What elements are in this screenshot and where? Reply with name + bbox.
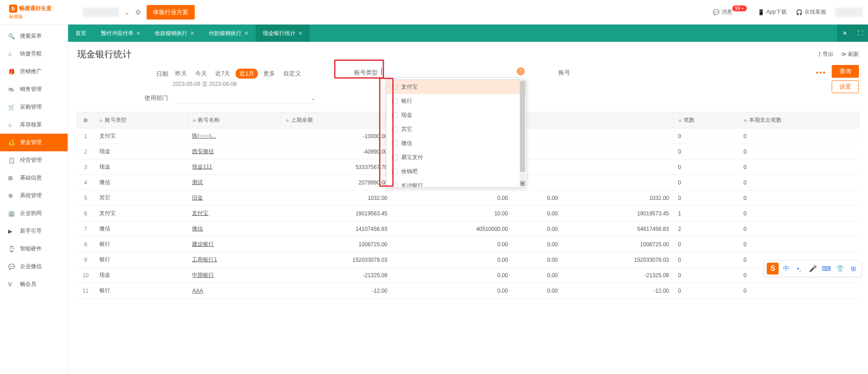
sidebar-item-10[interactable]: 🏢企业协同 <box>0 204 68 222</box>
checkbox[interactable] <box>392 98 398 104</box>
tab-4[interactable]: 现金银行统计✕ <box>256 25 310 42</box>
date-option[interactable]: 昨天 <box>173 69 190 79</box>
tab-2[interactable]: 收款核销执行✕ <box>148 25 202 42</box>
ime-punct-icon[interactable]: •, <box>794 264 804 274</box>
customer-service-link[interactable]: 🎧 在线客服 <box>796 8 826 16</box>
ime-lang[interactable]: 中 <box>782 264 790 273</box>
sidebar-label: 库存核算 <box>20 121 42 129</box>
sort-icon[interactable]: ◆ <box>192 118 196 123</box>
column-header[interactable]: ⚙ <box>77 112 95 129</box>
close-icon[interactable]: ✕ <box>244 30 248 36</box>
dropdown-item[interactable]: 长沙银行 <box>386 179 526 188</box>
sidebar-item-14[interactable]: V畅会员 <box>0 275 68 293</box>
sidebar-item-11[interactable]: ▶新手引导 <box>0 222 68 240</box>
settings-button[interactable]: 设置 <box>832 80 859 93</box>
sidebar-item-13[interactable]: 💬企业微信 <box>0 258 68 275</box>
tab-1[interactable]: 预付冲应付单✕ <box>94 25 148 42</box>
sidebar-item-8[interactable]: ⊞基础信息 <box>0 169 68 187</box>
ime-toolbar[interactable]: S 中 •, 🎤 ⌨ 👕 ⊞ <box>764 260 862 277</box>
column-header[interactable] <box>562 112 674 129</box>
sidebar-item-2[interactable]: 🎁营销推广 <box>0 63 68 80</box>
sort-icon[interactable]: ◆ <box>744 118 747 123</box>
tab-0[interactable]: 首页 <box>68 25 94 42</box>
dropdown-item[interactable]: 银行 <box>386 94 526 108</box>
dropdown-item[interactable]: 支付宝 <box>386 80 526 94</box>
sort-icon[interactable]: ◆ <box>99 118 103 123</box>
sort-icon[interactable]: ◆ <box>286 118 289 123</box>
sidebar-item-5[interactable]: ⌂库存核算 <box>0 116 68 134</box>
column-header[interactable]: ◆本期支出笔数 <box>739 112 860 129</box>
dropdown-item[interactable]: 微信 <box>386 136 526 150</box>
ime-mic-icon[interactable]: 🎤 <box>808 264 818 274</box>
checkbox[interactable] <box>392 155 398 160</box>
sidebar-item-3[interactable]: 🛍销售管理 <box>0 80 68 98</box>
column-header[interactable]: ◆账号名称 <box>187 112 281 129</box>
collapse-toggle[interactable]: ⌃ <box>517 67 525 75</box>
close-icon[interactable]: ✕ <box>298 30 302 36</box>
account-link[interactable]: 现金111 <box>192 164 212 170</box>
dropdown-item[interactable]: 易宝支付 <box>386 150 526 165</box>
refresh-button[interactable]: ⟳ 刷新 <box>842 50 859 58</box>
checkbox[interactable] <box>392 140 398 146</box>
close-icon[interactable]: ✕ <box>136 30 140 36</box>
checkbox[interactable] <box>392 126 398 132</box>
cell-name: 西安微信 <box>187 144 281 160</box>
sidebar-item-7[interactable]: 📋经营管理 <box>0 151 68 169</box>
account-link[interactable]: 支付宝 <box>192 210 208 216</box>
account-link[interactable]: AAA <box>192 288 203 294</box>
tab-3[interactable]: 付款核销执行✕ <box>202 25 256 42</box>
more-filters-button[interactable]: ••• <box>816 69 826 77</box>
checkbox[interactable] <box>392 169 398 175</box>
date-option[interactable]: 今天 <box>192 69 210 79</box>
account-link[interactable]: 陈(○○○)... <box>192 133 216 139</box>
close-tab-button[interactable]: ✕ <box>837 25 853 42</box>
checkbox[interactable] <box>392 183 398 188</box>
fullscreen-button[interactable]: ⛶ <box>853 25 868 42</box>
close-icon[interactable]: ✕ <box>190 30 194 36</box>
date-option[interactable]: 近1月 <box>236 69 258 79</box>
export-button[interactable]: ⤴ 导出 <box>818 50 833 58</box>
sidebar-item-12[interactable]: ⌚智能硬件 <box>0 240 68 258</box>
dropdown-item[interactable]: 收钱吧 <box>386 165 526 179</box>
column-header[interactable]: ◆笔数 <box>674 112 739 129</box>
account-link[interactable]: 微信 <box>192 225 203 232</box>
account-link[interactable]: 测试 <box>192 179 203 185</box>
ime-skin-icon[interactable]: 👕 <box>835 264 845 274</box>
sidebar-item-6[interactable]: 💰资金管理 <box>0 134 68 151</box>
gear-icon[interactable]: ⚙ <box>83 117 88 124</box>
ime-tools-icon[interactable]: ⊞ <box>848 264 858 274</box>
column-header[interactable]: ◆账号类型 <box>95 112 188 129</box>
user-avatar[interactable] <box>835 8 863 17</box>
sidebar-item-9[interactable]: ⚙系统管理 <box>0 187 68 204</box>
dropdown-item[interactable]: 其它 <box>386 122 526 136</box>
account-link[interactable]: 中国银行 <box>192 272 214 278</box>
date-option[interactable]: 近7天 <box>212 69 233 79</box>
account-link[interactable]: 西安微信 <box>192 148 214 155</box>
checkbox[interactable] <box>392 84 398 90</box>
trial-button[interactable]: 体验行业方案 <box>147 5 195 20</box>
scrollbar-thumb[interactable] <box>520 81 525 172</box>
dept-select[interactable]: ⌄ <box>173 93 316 104</box>
gear-icon[interactable]: ⚙ <box>135 9 141 16</box>
messages-link[interactable]: 💬 消息 99 + <box>713 8 749 16</box>
dropdown-item[interactable]: 现金 <box>386 108 526 122</box>
sidebar-item-0[interactable]: 🔍搜索菜单 <box>0 27 68 45</box>
sidebar-item-1[interactable]: ⌂快捷导航 <box>0 45 68 63</box>
date-option[interactable]: 更多 <box>261 69 278 79</box>
query-button[interactable]: 查询 <box>832 65 859 78</box>
account-link[interactable]: 工商银行1 <box>192 256 217 263</box>
scrollbar-down-arrow[interactable]: ▼ <box>520 181 525 186</box>
account-link[interactable]: 旧金 <box>192 194 203 201</box>
account-link[interactable]: 建设银行 <box>192 241 214 247</box>
sort-icon[interactable]: ◆ <box>678 118 682 123</box>
account-type-input[interactable] <box>386 66 522 78</box>
app-download-link[interactable]: 📱 App下载 <box>758 8 787 16</box>
cell-count: 0 <box>674 283 739 299</box>
date-option[interactable]: 自定义 <box>281 69 304 79</box>
sidebar-item-4[interactable]: 🛒采购管理 <box>0 98 68 116</box>
checkbox[interactable] <box>392 112 398 118</box>
org-selector[interactable]: ⌄ <box>83 8 135 17</box>
ime-keyboard-icon[interactable]: ⌨ <box>821 264 831 274</box>
column-header[interactable]: ◆上期余额 <box>281 112 392 129</box>
account-type-dropdown[interactable]: 支付宝银行现金其它微信易宝支付收钱吧长沙银行 ▼ <box>386 80 527 188</box>
